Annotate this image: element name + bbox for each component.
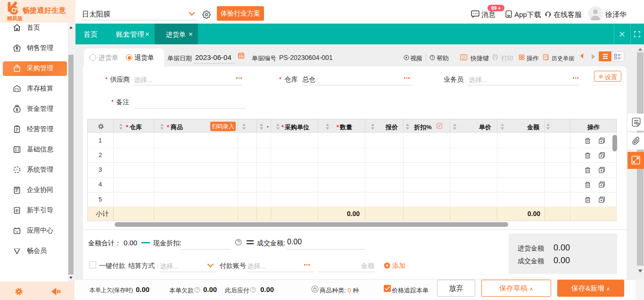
- svg-text:新: 新: [15, 208, 19, 213]
